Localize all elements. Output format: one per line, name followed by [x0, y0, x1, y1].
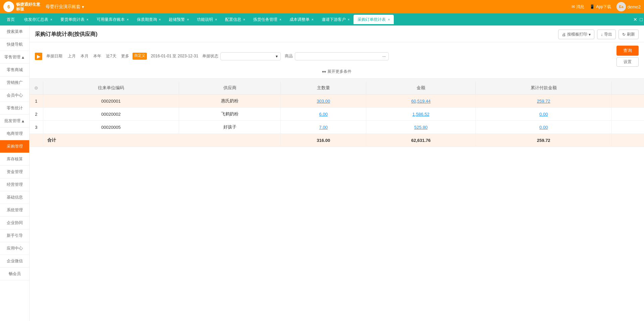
tab-config-info[interactable]: 配置信息 × — [221, 15, 249, 24]
table-footer: 合计 316.00 62,631.76 259.72 — [30, 134, 644, 147]
sidebar-item-retail-shop[interactable]: 零售商城 — [0, 64, 29, 76]
tab-cost-adjust[interactable]: 成本调整单 × — [285, 15, 318, 24]
tab-home[interactable]: 首页 — [1, 15, 20, 24]
refresh-button[interactable]: ↻ 刷新 — [619, 30, 639, 39]
row-extra — [612, 121, 644, 134]
sidebar-item-retail[interactable]: 零售管理 ▲ — [0, 51, 29, 64]
date-btn-7days[interactable]: 近7天 — [105, 53, 118, 60]
sidebar-item-quick-nav[interactable]: 快捷导航 — [0, 38, 29, 51]
col-supplier: 供应商 — [179, 82, 281, 95]
date-custom-tag[interactable]: 自定义 — [132, 53, 147, 60]
col-unit-code: 往来单位编码 — [43, 82, 179, 95]
close-tab-icon[interactable]: × — [187, 18, 189, 21]
sidebar-item-wholesale[interactable]: 批发管理 ▲ — [0, 115, 29, 127]
sidebar-item-retail-stats[interactable]: 零售统计 — [0, 102, 29, 115]
app-download-button[interactable]: 📱 App下载 — [590, 4, 611, 10]
sidebar-item-basic-info[interactable]: 基础信息 — [0, 191, 29, 204]
page-actions: 🖨 按模板打印 ▾ ↓ 导出 ↻ 刷新 — [558, 30, 639, 39]
close-tab-icon[interactable]: × — [127, 18, 129, 21]
sidebar-item-ecommerce[interactable]: 电商管理 — [0, 127, 29, 140]
row-qty[interactable]: 6.00 — [281, 108, 366, 121]
row-amount[interactable]: 525.80 — [366, 121, 476, 134]
row-paid[interactable]: 0.00 — [476, 108, 612, 121]
goods-filter: 商品 ··· — [285, 52, 389, 60]
row-qty[interactable]: 7.00 — [281, 121, 366, 134]
sidebar-item-finance[interactable]: 资金管理 — [0, 166, 29, 178]
close-tab-icon[interactable]: × — [243, 18, 245, 21]
row-extra — [612, 95, 644, 108]
message-button[interactable]: ✉ 消息 — [572, 4, 584, 10]
template-print-button[interactable]: 🖨 按模板打印 ▾ — [558, 30, 594, 39]
logo-area: 6 畅捷通好生意 标版 — [3, 1, 40, 12]
row-amount[interactable]: 1,586.52 — [366, 108, 476, 121]
tab-overstock-warning[interactable]: 超储预警 × — [165, 15, 193, 24]
close-tab-icon[interactable]: × — [348, 18, 350, 21]
sidebar-item-inventory[interactable]: 库存核算 — [0, 153, 29, 166]
refresh-icon: ↻ — [622, 32, 626, 37]
sidebar-item-new-guide[interactable]: 新手引导 — [0, 229, 29, 242]
close-tab-icon[interactable]: × — [159, 18, 161, 21]
settings-button[interactable]: 设置 — [616, 57, 639, 67]
close-all-tabs-button[interactable]: ✕ — [633, 17, 637, 22]
workspace-selector[interactable]: 母婴行业演示账套 ▾ — [43, 2, 87, 11]
avatar: Ea — [616, 2, 626, 11]
date-btn-this-month[interactable]: 本月 — [79, 53, 90, 60]
col-paid: 累计付款金额 — [476, 82, 612, 95]
filter-toggle[interactable]: ▶ — [35, 53, 42, 60]
sidebar-item-member[interactable]: 会员中心 — [0, 89, 29, 102]
status-label: 单据状态 — [202, 53, 218, 59]
row-extra — [612, 108, 644, 121]
nav-tabs: 首页 收发存汇总表 × 要货单统计表 × 可用量库存账本 × 保质期查询 × 超… — [0, 13, 644, 25]
sidebar-item-vip[interactable]: 畅会员 — [0, 268, 29, 280]
tab-goods-stats[interactable]: 要货单统计表 × — [56, 15, 93, 24]
goods-input[interactable]: ··· — [295, 52, 389, 60]
sidebar-item-system[interactable]: 系统管理 — [0, 204, 29, 217]
sidebar-item-app-center[interactable]: 应用中心 — [0, 242, 29, 255]
date-btn-more[interactable]: 更多 — [120, 53, 130, 60]
status-select[interactable]: ▾ — [220, 52, 281, 60]
close-tab-icon[interactable]: × — [87, 18, 89, 21]
close-tab-icon[interactable]: × — [279, 18, 281, 21]
date-btn-last-month[interactable]: 上月 — [66, 53, 77, 60]
row-paid[interactable]: 0.00 — [476, 121, 612, 134]
expand-more-button[interactable]: ▾▾ 展开更多条件 — [35, 67, 639, 75]
logo-icon: 6 — [3, 1, 14, 12]
filter-row-1: ▶ 单据日期 上月 本月 本年 近7天 更多 自定义 2016-01-01 至 … — [35, 46, 639, 67]
tab-purchase-stats[interactable]: 采购订单统计表 × — [354, 15, 394, 24]
table-row: 3 00020005 好孩子 7.00 525.80 0.00 — [30, 121, 644, 134]
export-button[interactable]: ↓ 导出 — [597, 30, 616, 39]
dropdown-arrow-icon: ▾ — [276, 54, 278, 59]
tab-invite-downstream[interactable]: 邀请下游客户 × — [318, 15, 354, 24]
row-qty[interactable]: 303.00 — [281, 95, 366, 108]
tab-pick-task[interactable]: 拣货任务管理 × — [249, 15, 285, 24]
query-button[interactable]: 查询 — [616, 46, 639, 56]
footer-row: 合计 316.00 62,631.76 259.72 — [30, 134, 644, 147]
main-content: 采购订单统计表(按供应商) 🖨 按模板打印 ▾ ↓ 导出 ↻ 刷新 — [30, 25, 644, 321]
sidebar-item-search[interactable]: 搜索菜单 — [0, 25, 29, 38]
tab-warranty-query[interactable]: 保质期查询 × — [133, 15, 165, 24]
sidebar: 搜索菜单 快捷导航 零售管理 ▲ 零售商城 营销推广 会员中心 零售统计 批发管… — [0, 25, 30, 321]
close-tab-icon[interactable]: × — [215, 18, 217, 21]
tab-receive-summary[interactable]: 收发存汇总表 × — [20, 15, 56, 24]
row-paid[interactable]: 259.72 — [476, 95, 612, 108]
maximize-button[interactable]: □ — [640, 17, 643, 22]
sidebar-item-enterprise-wechat[interactable]: 企业微信 — [0, 255, 29, 268]
sidebar-item-marketing[interactable]: 营销推广 — [0, 76, 29, 89]
expand-icon: ▲ — [21, 55, 25, 60]
user-area[interactable]: Ea demo2 — [616, 2, 641, 11]
tab-function-desc[interactable]: 功能说明 × — [193, 15, 221, 24]
close-tab-icon[interactable]: × — [50, 18, 52, 21]
close-tab-icon[interactable]: × — [388, 18, 390, 21]
settings-col-header[interactable]: ⚙ — [30, 82, 43, 95]
tab-available-stock[interactable]: 可用量库存账本 × — [93, 15, 133, 24]
footer-empty — [30, 134, 43, 147]
printer-icon: 🖨 — [562, 32, 566, 37]
page-header: 采购订单统计表(按供应商) 🖨 按模板打印 ▾ ↓ 导出 ↻ 刷新 — [30, 25, 644, 42]
close-tab-icon[interactable]: × — [312, 18, 314, 21]
sidebar-item-operation[interactable]: 经营管理 — [0, 178, 29, 191]
date-btn-this-year[interactable]: 本年 — [92, 53, 103, 60]
top-bar-right: ✉ 消息 📱 App下载 Ea demo2 — [572, 2, 641, 11]
sidebar-item-purchase[interactable]: 采购管理 — [0, 140, 29, 153]
row-amount[interactable]: 60,519.44 — [366, 95, 476, 108]
sidebar-item-enterprise[interactable]: 企业协同 — [0, 217, 29, 229]
